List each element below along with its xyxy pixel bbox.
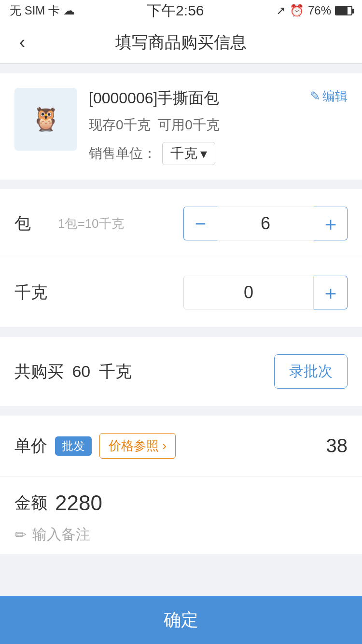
price-section: 单价 批发 价格参照 › 38 [0,416,362,476]
status-bar: 无 SIM 卡 ☁ 下午2:56 ↗ ⏰ 76% [0,0,362,21]
bag-section: 包 1包=10千克 − ＋ 千克 ＋ [0,189,362,327]
product-image: 🦉 [14,88,77,151]
sim-label: 无 SIM 卡 ☁ [10,3,75,18]
product-unit-row: 销售单位： 千克 ▾ [89,142,298,165]
alarm-icon: ⏰ [290,4,304,17]
kg-qty-controls: ＋ [183,276,348,309]
batch-button[interactable]: 录批次 [274,354,348,389]
product-stock: 现存0千克 可用0千克 [89,116,298,134]
kg-qty-row: 千克 ＋ [0,258,362,327]
kg-increment-button[interactable]: ＋ [314,276,348,309]
price-label: 单价 [14,435,47,457]
amount-section: 金额 2280 ✏ 输入备注 [0,476,362,554]
amount-label: 金额 [14,492,47,514]
bag-qty-input[interactable] [217,207,314,240]
product-name: [0000006]手撕面包 [89,88,298,109]
kg-label: 千克 [14,281,53,304]
battery-label: 76% [308,4,331,17]
product-info: [0000006]手撕面包 现存0千克 可用0千克 销售单位： 千克 ▾ [89,88,298,165]
nav-bar: ‹ 填写商品购买信息 [0,21,362,64]
unit-select[interactable]: 千克 ▾ [162,142,215,165]
bag-qty-controls: − ＋ [183,207,348,240]
bag-decrement-button[interactable]: − [183,207,217,240]
product-card: 🦉 [0000006]手撕面包 现存0千克 可用0千克 销售单位： 千克 ▾ ✎… [0,73,362,180]
amount-value: 2280 [55,491,102,515]
total-row: 共购买 60 千克 录批次 [0,337,362,406]
product-card-right: ✎ 编辑 [310,88,348,105]
chevron-down-icon: ▾ [200,146,207,162]
edit-button[interactable]: ✎ 编辑 [310,88,348,105]
status-time: 下午2:56 [147,1,204,21]
remark-label: 输入备注 [32,525,90,545]
price-left: 单价 批发 价格参照 › [14,433,176,459]
status-left: 无 SIM 卡 ☁ [10,3,75,18]
product-logo-icon: 🦉 [31,106,60,133]
total-text: 共购买 60 千克 [14,361,132,383]
price-tag: 批发 [55,436,92,456]
amount-row: 金额 2280 [14,491,348,515]
bag-label: 包 [14,212,53,235]
bag-hint: 1包=10千克 [58,215,183,232]
battery-icon [335,6,352,15]
location-icon: ↗ [276,4,286,17]
price-ref-button[interactable]: 价格参照 › [99,433,176,459]
price-value: 38 [326,435,348,457]
pencil-icon: ✏ [14,526,27,543]
edit-icon: ✎ [310,89,320,104]
bag-qty-row: 包 1包=10千克 − ＋ [0,189,362,258]
back-button[interactable]: ‹ [14,28,30,57]
confirm-button[interactable]: 确定 [0,596,362,644]
kg-qty-input[interactable] [183,276,314,309]
status-right: ↗ ⏰ 76% [276,4,352,17]
bag-increment-button[interactable]: ＋ [314,207,348,240]
page-title: 填写商品购买信息 [115,31,247,54]
remark-row[interactable]: ✏ 输入备注 [14,525,348,545]
